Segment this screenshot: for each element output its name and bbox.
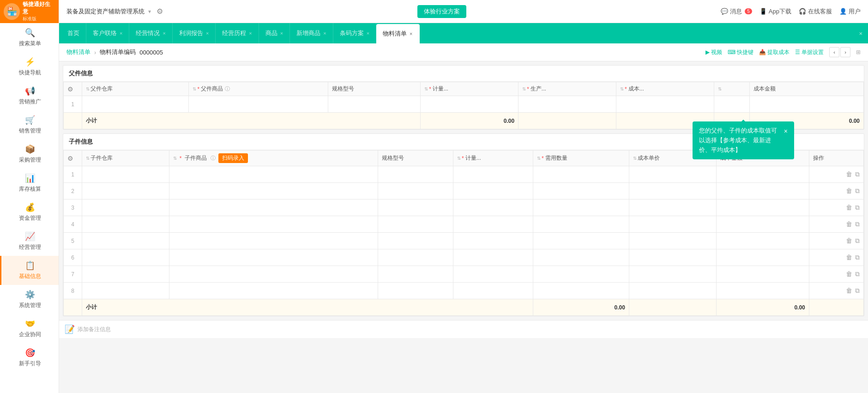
child-qty-needed-5[interactable] — [533, 233, 629, 249]
sidebar-item-system[interactable]: ⚙️ 系统管理 — [0, 285, 59, 314]
child-cost-amount-8[interactable] — [716, 283, 809, 299]
child-warehouse-3[interactable] — [82, 200, 169, 216]
sidebar-item-sales[interactable]: 🛒 销售管理 — [0, 110, 59, 139]
child-spec-5[interactable] — [378, 233, 453, 249]
delete-icon-3[interactable]: 🗑 — [846, 204, 852, 212]
parent-warehouse-1[interactable] — [82, 96, 189, 113]
child-spec-1[interactable] — [378, 166, 453, 183]
child-qty-needed-1[interactable] — [533, 166, 629, 183]
tab-operations[interactable]: 经营情况 × — [129, 23, 172, 43]
copy-icon-6[interactable]: ⧉ — [855, 254, 860, 261]
delete-icon-8[interactable]: 🗑 — [846, 287, 852, 295]
sidebar-item-enterprise[interactable]: 🤝 企业协同 — [0, 314, 59, 343]
view-video-button[interactable]: ▶ 视频 — [705, 48, 722, 56]
child-gear-icon[interactable]: ⚙ — [67, 155, 73, 162]
tab-customer[interactable]: 客户联络 × — [86, 23, 129, 43]
child-warehouse-4[interactable] — [82, 216, 169, 233]
parent-spec-1[interactable] — [328, 96, 421, 113]
child-product-2[interactable] — [169, 183, 378, 200]
parent-sort-1[interactable] — [714, 96, 749, 113]
child-cost-amount-5[interactable] — [716, 233, 809, 249]
parent-cost-1[interactable] — [616, 96, 714, 113]
tab-profit[interactable]: 利润报告 × — [173, 23, 216, 43]
child-qty-unit-2[interactable] — [453, 183, 533, 200]
child-spec-2[interactable] — [378, 183, 453, 200]
gear-icon[interactable]: ⚙ — [157, 7, 163, 16]
sidebar-item-search[interactable]: 🔍 搜索菜单 — [0, 23, 59, 52]
child-qty-needed-7[interactable] — [533, 266, 629, 283]
online-service-button[interactable]: 🎧 在线客服 — [799, 7, 832, 16]
prev-arrow[interactable]: ‹ — [829, 47, 839, 57]
tab-new-product-close[interactable]: × — [323, 30, 326, 36]
child-product-3[interactable] — [169, 200, 378, 216]
child-product-7[interactable] — [169, 266, 378, 283]
tab-barcode[interactable]: 条码方案 × — [333, 23, 376, 43]
tab-customer-close[interactable]: × — [120, 30, 122, 36]
copy-icon-3[interactable]: ⧉ — [855, 204, 860, 212]
grid-view-icon[interactable]: ⊞ — [856, 49, 861, 55]
parent-gear-icon[interactable]: ⚙ — [67, 85, 73, 93]
user-button[interactable]: 👤 用户 — [839, 7, 861, 16]
tab-home[interactable]: 首页 — [61, 23, 86, 43]
copy-icon-8[interactable]: ⧉ — [855, 287, 860, 295]
delete-icon-5[interactable]: 🗑 — [846, 237, 852, 245]
child-qty-unit-7[interactable] — [453, 266, 533, 283]
extract-cost-button[interactable]: 📥 提取成本 — [759, 48, 790, 56]
child-cost-amount-3[interactable] — [716, 200, 809, 216]
sidebar-item-marketing[interactable]: 📢 营销推广 — [0, 81, 59, 110]
parent-product-1[interactable] — [189, 96, 328, 113]
message-button[interactable]: 💬 消息 5 — [721, 7, 752, 16]
child-qty-unit-1[interactable] — [453, 166, 533, 183]
delete-icon-6[interactable]: 🗑 — [846, 254, 852, 261]
delete-icon-7[interactable]: 🗑 — [846, 270, 852, 278]
child-unit-cost-6[interactable] — [629, 249, 716, 266]
child-spec-6[interactable] — [378, 249, 453, 266]
child-product-4[interactable] — [169, 216, 378, 233]
child-qty-unit-6[interactable] — [453, 249, 533, 266]
child-warehouse-7[interactable] — [82, 266, 169, 283]
child-cost-amount-2[interactable] — [716, 183, 809, 200]
child-qty-needed-3[interactable] — [533, 200, 629, 216]
child-product-8[interactable] — [169, 283, 378, 299]
child-qty-unit-5[interactable] — [453, 233, 533, 249]
tab-new-product[interactable]: 新增商品 × — [290, 23, 333, 43]
child-product-6[interactable] — [169, 249, 378, 266]
child-unit-cost-3[interactable] — [629, 200, 716, 216]
bottom-bar-text[interactable]: 添加备注信息 — [78, 326, 111, 333]
parent-qty-1[interactable] — [421, 96, 518, 113]
sidebar-item-purchase[interactable]: 📦 采购管理 — [0, 139, 59, 169]
sidebar-item-finance[interactable]: 💰 资金管理 — [0, 198, 59, 227]
child-qty-unit-4[interactable] — [453, 216, 533, 233]
child-warehouse-5[interactable] — [82, 233, 169, 249]
copy-icon-1[interactable]: ⧉ — [855, 170, 860, 178]
sidebar-item-guide[interactable]: 🎯 新手引导 — [0, 343, 59, 372]
child-product-1[interactable] — [169, 166, 378, 183]
sidebar-item-operations[interactable]: 📈 经营管理 — [0, 227, 59, 256]
copy-icon-2[interactable]: ⧉ — [855, 187, 860, 195]
child-qty-unit-3[interactable] — [453, 200, 533, 216]
child-unit-cost-2[interactable] — [629, 183, 716, 200]
child-spec-3[interactable] — [378, 200, 453, 216]
close-all-button[interactable]: × — [855, 30, 866, 37]
child-warehouse-2[interactable] — [82, 183, 169, 200]
child-warehouse-1[interactable] — [82, 166, 169, 183]
child-unit-cost-1[interactable] — [629, 166, 716, 183]
tab-product[interactable]: 商品 × — [259, 23, 290, 43]
delete-icon-2[interactable]: 🗑 — [846, 187, 852, 195]
copy-icon-4[interactable]: ⧉ — [855, 220, 860, 228]
child-cost-amount-1[interactable] — [716, 166, 809, 183]
child-warehouse-6[interactable] — [82, 249, 169, 266]
tab-operations-close[interactable]: × — [163, 30, 165, 36]
delete-icon-1[interactable]: 🗑 — [846, 170, 852, 178]
tooltip-close-button[interactable]: × — [784, 126, 788, 136]
child-qty-needed-2[interactable] — [533, 183, 629, 200]
child-cost-amount-4[interactable] — [716, 216, 809, 233]
sidebar-item-basic-info[interactable]: 📋 基础信息 — [0, 256, 59, 285]
child-spec-7[interactable] — [378, 266, 453, 283]
child-warehouse-8[interactable] — [82, 283, 169, 299]
child-unit-cost-8[interactable] — [629, 283, 716, 299]
child-qty-unit-8[interactable] — [453, 283, 533, 299]
child-product-5[interactable] — [169, 233, 378, 249]
child-unit-cost-7[interactable] — [629, 266, 716, 283]
child-qty-needed-6[interactable] — [533, 249, 629, 266]
